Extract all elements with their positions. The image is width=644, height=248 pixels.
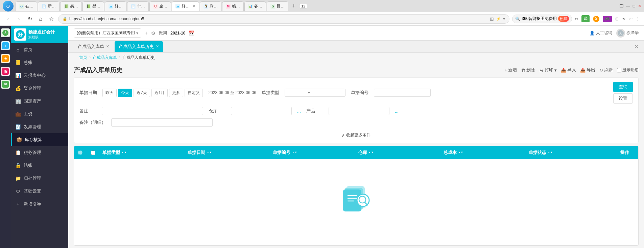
print-btn[interactable]: 🖨 打印 ▾	[539, 67, 557, 73]
sidebar-item-tax[interactable]: 📋 税务管理	[11, 146, 68, 159]
restore-btn[interactable]: 🗔	[619, 4, 623, 8]
query-button[interactable]: 查询	[613, 82, 633, 92]
tab-add-button[interactable]: +	[289, 1, 299, 11]
tab-4[interactable]: 📗 易…	[82, 1, 104, 11]
minimize-btn[interactable]: —	[626, 4, 630, 8]
tab-close-btn[interactable]: ✕	[634, 43, 639, 50]
tab-8-close[interactable]: ✕	[192, 4, 195, 8]
icon-bar-app3[interactable]: ★	[1, 54, 10, 63]
date-btn-1month[interactable]: 近1月	[151, 89, 168, 97]
scissors-icon[interactable]: ✂	[575, 17, 578, 21]
tab-2[interactable]: 📄 新…	[38, 1, 59, 11]
sidebar-item-payroll[interactable]: 💼 工资	[11, 108, 68, 120]
th-checkbox[interactable]	[86, 151, 100, 155]
add-company-btn[interactable]: +	[145, 30, 148, 36]
grid-icon[interactable]: ⊞	[490, 16, 494, 22]
date-btn-more[interactable]: 更多	[169, 89, 183, 97]
breadcrumb-list[interactable]: 产成品入库单	[93, 55, 117, 61]
back-button[interactable]: ‹	[4, 15, 12, 23]
voucher-type-select[interactable]: ▾	[285, 89, 345, 97]
tab-11[interactable]: 📊 各…	[244, 1, 266, 11]
company-selector[interactable]: (勿删勿禁用）江西版宝测试专用 ▾	[74, 28, 141, 38]
undo-icon[interactable]: ↩	[629, 17, 633, 21]
th-voucher-no[interactable]: 单据编号 ▲▼	[270, 150, 355, 156]
tab-3[interactable]: 📗 易…	[60, 1, 82, 11]
calendar-icon[interactable]: 📅	[189, 30, 194, 36]
add-btn[interactable]: + 新增	[504, 67, 517, 73]
forward-button[interactable]: ›	[15, 15, 23, 23]
icon-bar-app4[interactable]: 微	[1, 67, 10, 76]
sidebar-item-fixed[interactable]: 🏢 固定资产	[11, 95, 68, 108]
tab-history-close[interactable]: ✕	[156, 44, 159, 49]
refresh-page-btn[interactable]: ↻ 刷新	[599, 67, 613, 73]
sidebar-item-basic[interactable]: ⚙ 基础设置	[11, 185, 68, 198]
tab-1[interactable]: 🛡 在…	[16, 1, 37, 11]
consult-btn[interactable]: 👤 人工咨询	[590, 30, 612, 36]
date-btn-7days[interactable]: 近7天	[134, 89, 150, 97]
dropdown-icon[interactable]: ▾	[503, 17, 505, 21]
sidebar-item-report[interactable]: 📊 云报表中心	[11, 69, 68, 82]
th-voucher-status[interactable]: 单据状态 ▲▼	[526, 150, 611, 156]
sidebar-item-new[interactable]: + 新增引导	[11, 198, 68, 210]
th-voucher-type[interactable]: 单据类型 ▲▼	[100, 150, 185, 156]
tab-7[interactable]: C 企…	[149, 1, 171, 11]
th-warehouse[interactable]: 仓库 ▲▼	[356, 150, 441, 156]
product-input[interactable]	[329, 107, 389, 115]
settings-icon[interactable]: ⚙	[151, 30, 156, 36]
tab-list[interactable]: 产成品入库单 ✕	[74, 41, 113, 52]
user-info[interactable]: 人 徐泽华	[616, 29, 639, 38]
tab-10[interactable]: M 畅…	[222, 1, 244, 11]
bookmark-button[interactable]: ☆	[47, 15, 55, 23]
collapse-button[interactable]: ∧ 收起更多条件	[79, 130, 633, 139]
sidebar-item-close[interactable]: 🔒 结账	[11, 159, 68, 172]
sidebar-item-fund[interactable]: 💰 资金管理	[11, 82, 68, 95]
sidebar-item-inventory[interactable]: 📦 库存核算	[11, 133, 68, 146]
close-btn[interactable]: ✕	[638, 4, 641, 8]
home-button[interactable]: ⌂	[37, 15, 45, 23]
warehouse-input[interactable]	[231, 107, 292, 115]
show-cols-input[interactable]	[617, 68, 621, 72]
tab-5[interactable]: ☁ 好…	[105, 1, 126, 11]
yuan-icon[interactable]: ¥	[593, 16, 599, 22]
tab-list-close[interactable]: ✕	[106, 44, 109, 49]
delete-btn[interactable]: 🗑 删除	[521, 67, 535, 73]
sidebar-item-archive[interactable]: 📁 归档管理	[11, 172, 68, 185]
apps-icon[interactable]: ⊞	[615, 17, 619, 21]
th-total-cost[interactable]: 总成本 ▲▼	[441, 150, 526, 156]
icon-bar-app2[interactable]: +	[1, 41, 10, 50]
translate-icon[interactable]: 译	[581, 15, 590, 22]
sidebar-item-ledger[interactable]: 📒 总账	[11, 56, 68, 69]
sun-icon[interactable]: ☀	[622, 17, 626, 21]
game-icon[interactable]: 🎮	[603, 16, 612, 22]
url-bar[interactable]: 🔒 https://cloud.chanjet.com/accounting/u…	[58, 14, 509, 24]
set-button[interactable]: 设置	[613, 93, 633, 104]
voucher-no-input[interactable]	[374, 89, 431, 97]
show-cols-checkbox[interactable]: 显示明细	[617, 67, 639, 73]
product-dots[interactable]: ...	[395, 109, 399, 114]
tab-count[interactable]: 12	[299, 4, 307, 8]
date-btn-today[interactable]: 今天	[118, 89, 132, 97]
icon-bar-app5[interactable]: ✉	[1, 80, 10, 89]
th-voucher-date[interactable]: 单据日期 ▲▼	[185, 150, 270, 156]
maximize-btn[interactable]: □	[633, 4, 635, 8]
refresh-button[interactable]: ↻	[26, 15, 34, 23]
tab-history[interactable]: 产成品入库单历史 ✕	[115, 41, 163, 52]
export-btn[interactable]: 📤 导出	[580, 67, 595, 73]
more-icon[interactable]: ⋮	[636, 17, 640, 21]
tab-8[interactable]: ☁ 好… ✕	[172, 1, 199, 11]
warehouse-dots[interactable]: ...	[297, 109, 301, 114]
tab-6[interactable]: 📄 个…	[127, 1, 149, 11]
select-all-checkbox[interactable]	[91, 151, 95, 155]
lightning-icon[interactable]: ⚡	[496, 17, 501, 21]
breadcrumb-home[interactable]: 首页	[79, 55, 87, 61]
icon-bar-360[interactable]: 3	[1, 28, 10, 37]
search-box[interactable]: 🔍 360智能抠图免费用 热搜	[512, 15, 572, 23]
note-detail-input[interactable]	[111, 118, 213, 127]
browser-logo[interactable]: ⊙	[3, 1, 14, 12]
sidebar-item-home[interactable]: ⌂ 首页	[11, 43, 68, 56]
tab-12[interactable]: S 目…	[267, 1, 288, 11]
th-gear-icon[interactable]	[74, 150, 86, 155]
tab-9[interactable]: 🐧 腾…	[200, 1, 221, 11]
date-btn-custom[interactable]: 自定义	[185, 89, 203, 97]
note-input[interactable]	[102, 107, 203, 115]
